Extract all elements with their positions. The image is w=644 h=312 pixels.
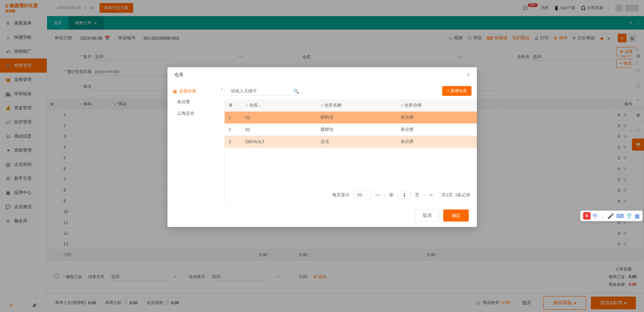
warehouse-modal: 仓库 × ▦全部分类 未分类上海总仓 « 🔍 + 新增仓库 ⚙ [167, 67, 477, 227]
confirm-button[interactable]: 确定 [443, 209, 469, 222]
warehouse-row[interactable]: 3DEFAULT总仓未分类 [225, 135, 477, 148]
modal-pager: 每页显示 50⌄ ⏮ ‹ 第 页 › ⏭ 共1页, 3条记录 [225, 186, 477, 204]
warehouse-row[interactable]: 202建材仓未分类 [225, 123, 477, 135]
ime-keyboard-icon[interactable]: ⌨ [616, 213, 624, 219]
prev-page-icon[interactable]: ‹ [384, 192, 385, 197]
tree-item[interactable]: 未分类 [167, 96, 224, 108]
ime-toolbar[interactable]: S 中 ， 🎤 ⌨ 👕 ▦ [580, 210, 643, 221]
cancel-button[interactable]: 取消 [415, 209, 439, 222]
next-page-icon[interactable]: › [423, 192, 425, 197]
collapse-tree-icon[interactable]: « [220, 85, 225, 93]
mcol-gear[interactable]: ⚙ [225, 99, 241, 111]
warehouse-table: ⚙ ⇅仓库... ⇅仓库名称 ⇅仓库分类 101材料仓未分类202建材仓未分类3… [225, 99, 477, 148]
search-input[interactable] [230, 86, 297, 96]
last-page-icon[interactable]: ⏭ [429, 192, 433, 197]
ime-mic-icon[interactable]: 🎤 [607, 213, 614, 219]
ime-toolbox-icon[interactable]: ▦ [635, 213, 640, 219]
modal-title: 仓库 [174, 72, 184, 78]
grid-icon: ▦ [173, 89, 177, 94]
mcol-cat[interactable]: ⇅仓库分类 [396, 99, 477, 111]
close-icon[interactable]: × [467, 72, 470, 78]
tree-root[interactable]: ▦全部分类 [167, 86, 224, 96]
first-page-icon[interactable]: ⏮ [375, 192, 380, 197]
page-size-select[interactable]: 50⌄ [354, 191, 371, 199]
ime-punct-icon[interactable]: ， [600, 212, 605, 220]
mcol-name[interactable]: ⇅仓库名称 [316, 99, 396, 111]
search-icon[interactable]: 🔍 [293, 88, 299, 94]
tree-item[interactable]: 上海总仓 [167, 108, 224, 119]
ime-skin-icon[interactable]: 👕 [626, 213, 633, 219]
ime-lang-icon[interactable]: 中 [593, 212, 598, 220]
mcol-code[interactable]: ⇅仓库... [241, 99, 316, 111]
modal-tree: ▦全部分类 未分类上海总仓 « [167, 83, 225, 204]
page-input[interactable] [397, 191, 411, 199]
warehouse-row[interactable]: 101材料仓未分类 [225, 111, 477, 123]
pager-info: 共1页, 3条记录 [442, 192, 471, 198]
modal-overlay[interactable]: 仓库 × ▦全部分类 未分类上海总仓 « 🔍 + 新增仓库 ⚙ [0, 0, 644, 312]
add-warehouse-button[interactable]: + 新增仓库 [442, 86, 471, 96]
ime-logo-icon: S [583, 212, 591, 220]
